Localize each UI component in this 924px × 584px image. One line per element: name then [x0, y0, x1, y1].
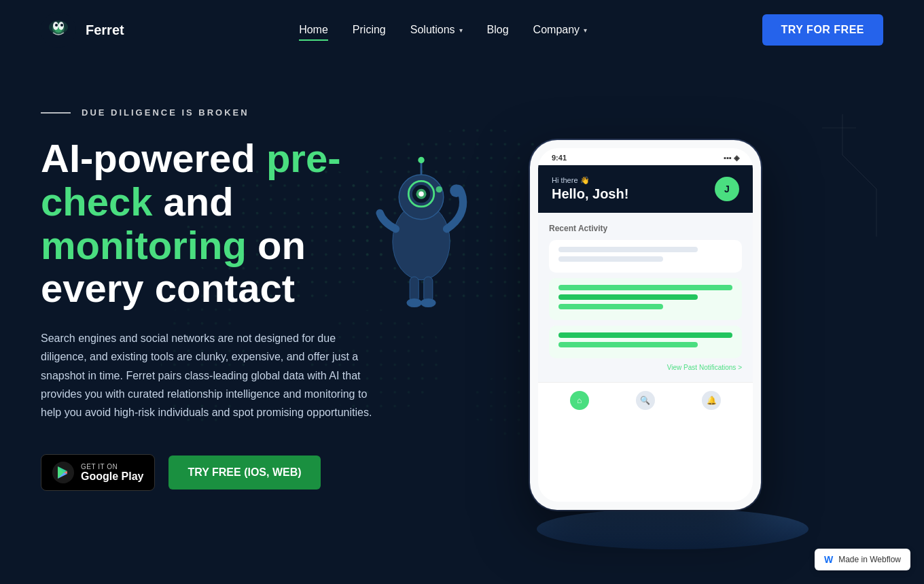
hero-description: Search engines and social networks are n… — [41, 329, 374, 422]
nav-link-pricing[interactable]: Pricing — [353, 24, 386, 35]
phone-screen: 9:41 ▪▪▪ ◈ Hi there 👋 Hello, Josh! J — [538, 148, 753, 502]
activity-line-2 — [558, 256, 663, 262]
nav-link-home[interactable]: Home — [299, 24, 328, 35]
phone-time: 9:41 — [552, 154, 567, 162]
nav-link-solutions[interactable]: Solutions ▾ — [410, 24, 463, 36]
nav-item-blog[interactable]: Blog — [487, 24, 509, 36]
svg-point-33 — [418, 157, 424, 163]
webflow-logo-icon: W — [824, 554, 833, 565]
phone-frame: 9:41 ▪▪▪ ◈ Hi there 👋 Hello, Josh! J — [530, 140, 761, 510]
phone-nav-home-icon[interactable]: ⌂ — [570, 391, 589, 410]
activity-line-green-1 — [558, 285, 732, 290]
nav-links: Home Pricing Solutions ▾ Blog Company ▾ — [299, 24, 587, 36]
google-play-store-label: Google Play — [81, 470, 143, 483]
phone-subtitle: Hi there 👋 — [552, 176, 628, 185]
hero-section: DUE DILIGENCE IS BROKEN AI-powered pre-c… — [0, 60, 924, 577]
svg-line-17 — [842, 155, 876, 189]
phone-app-header: Hi there 👋 Hello, Josh! J — [538, 165, 753, 213]
phone-signal-icon: ▪▪▪ ◈ — [724, 154, 739, 162]
company-chevron-icon: ▾ — [584, 27, 587, 34]
nav-item-pricing[interactable]: Pricing — [353, 24, 386, 36]
phone-mockup: 9:41 ▪▪▪ ◈ Hi there 👋 Hello, Josh! J — [530, 140, 761, 510]
navbar: Ferret Home Pricing Solutions ▾ Blog Com… — [0, 0, 924, 60]
phone-section-title: Recent Activity — [549, 224, 742, 233]
svg-point-7 — [60, 24, 63, 27]
deco-lines-icon — [802, 114, 883, 250]
nav-link-company[interactable]: Company ▾ — [533, 24, 587, 36]
phone-bottom-nav: ⌂ 🔍 🔔 — [538, 382, 753, 418]
google-play-text: GET IT ON Google Play — [81, 463, 143, 483]
webflow-badge[interactable]: W Made in Webflow — [815, 549, 910, 570]
google-play-icon — [52, 462, 74, 483]
phone-status-bar: 9:41 ▪▪▪ ◈ — [538, 148, 753, 165]
nav-item-solutions[interactable]: Solutions ▾ — [410, 24, 463, 36]
activity-line-green-4 — [558, 332, 732, 338]
google-play-get-it-label: GET IT ON — [81, 463, 143, 470]
nav-link-blog[interactable]: Blog — [487, 24, 509, 35]
nav-item-company[interactable]: Company ▾ — [533, 24, 587, 36]
badge-text: DUE DILIGENCE IS BROKEN — [82, 107, 249, 118]
platform-base-icon — [537, 509, 808, 549]
activity-card-1 — [549, 240, 742, 273]
phone-nav-search-icon[interactable]: 🔍 — [636, 391, 655, 410]
hero-title-white3: on — [247, 223, 306, 267]
activity-line-1 — [558, 247, 698, 252]
activity-card-3 — [549, 326, 742, 358]
robot-character-icon — [353, 114, 489, 318]
activity-card-2 — [549, 278, 742, 320]
activity-line-green-2 — [558, 294, 698, 300]
view-notifications[interactable]: View Past Notifications > — [549, 364, 742, 371]
solutions-chevron-icon: ▾ — [459, 27, 463, 34]
try-for-free-button[interactable]: TRY FOR FREE — [762, 14, 883, 46]
phone-greeting: Hi there 👋 Hello, Josh! — [552, 176, 628, 202]
phone-nav-notifications-icon[interactable]: 🔔 — [702, 391, 721, 410]
hero-title-line4: every contact — [41, 266, 295, 310]
hero-title-white1: AI-powered — [41, 136, 266, 180]
logo-text: Ferret — [86, 22, 124, 38]
nav-item-home[interactable]: Home — [299, 24, 328, 36]
hero-actions: GET IT ON Google Play TRY FREE (IOS, WEB… — [41, 454, 435, 491]
phone-content: Recent Activity — [538, 213, 753, 382]
badge-line-icon — [41, 112, 71, 114]
svg-point-31 — [419, 191, 424, 196]
hero-title-green2: monitoring — [41, 223, 247, 267]
user-avatar: J — [715, 177, 739, 201]
svg-point-37 — [406, 298, 422, 307]
phone-greeting-text: Hello, Josh! — [552, 186, 628, 202]
svg-point-5 — [55, 24, 58, 27]
google-play-button[interactable]: GET IT ON Google Play — [41, 454, 155, 491]
logo[interactable]: Ferret — [41, 12, 124, 48]
activity-line-green-5 — [558, 342, 698, 347]
hero-title-white2: and — [152, 179, 233, 224]
webflow-label: Made in Webflow — [838, 555, 901, 564]
svg-point-38 — [421, 298, 436, 307]
svg-point-26 — [450, 184, 463, 197]
svg-point-34 — [436, 186, 442, 192]
try-free-ios-button[interactable]: TRY FREE (IOS, WEB) — [168, 456, 320, 489]
activity-line-green-3 — [558, 304, 663, 309]
